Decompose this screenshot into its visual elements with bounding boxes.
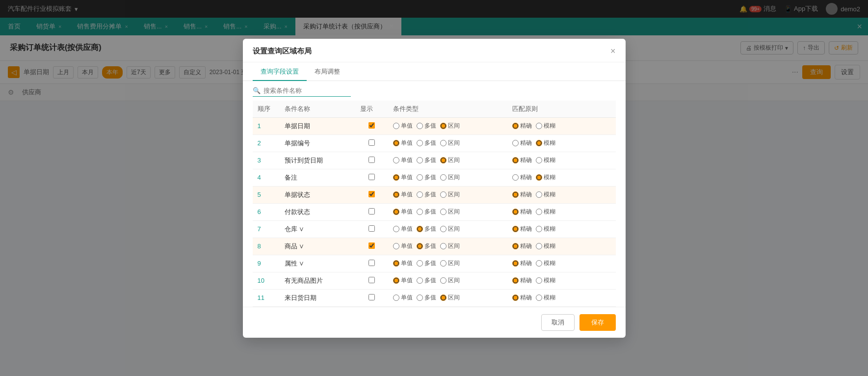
modal-tab-layout-label: 布局调整 [315, 68, 340, 75]
modal-tab-layout[interactable]: 布局调整 [307, 62, 348, 81]
table-header: 顺序 条件名称 显示 条件类型 匹配原则 [253, 101, 616, 102]
th-type: 条件类型 [388, 101, 507, 102]
modal-header: 设置查询区域布局 × [243, 39, 626, 62]
modal-search-area: 🔍 [243, 81, 626, 101]
search-box: 🔍 [253, 87, 351, 97]
th-display: 显示 [355, 101, 388, 102]
modal-tabs: 查询字段设置 布局调整 [243, 62, 626, 81]
th-order: 顺序 [253, 101, 280, 102]
modal-title: 设置查询区域布局 [253, 47, 312, 56]
modal-tab-fields-label: 查询字段设置 [261, 68, 299, 75]
th-name: 条件名称 [280, 101, 356, 102]
modal-close-button[interactable]: × [610, 47, 616, 55]
modal-tab-fields[interactable]: 查询字段设置 [253, 62, 307, 81]
modal-table: 顺序 条件名称 显示 条件类型 匹配原则 1单据日期单值多值区间精确模糊2单据编… [243, 101, 626, 102]
modal-overlay: 设置查询区域布局 × 查询字段设置 布局调整 🔍 顺序 [0, 0, 868, 101]
search-input[interactable] [263, 87, 351, 94]
search-icon: 🔍 [253, 87, 261, 94]
settings-modal: 设置查询区域布局 × 查询字段设置 布局调整 🔍 顺序 [243, 39, 626, 102]
th-rule: 匹配原则 [507, 101, 616, 102]
conditions-table: 顺序 条件名称 显示 条件类型 匹配原则 1单据日期单值多值区间精确模糊2单据编… [253, 101, 616, 102]
